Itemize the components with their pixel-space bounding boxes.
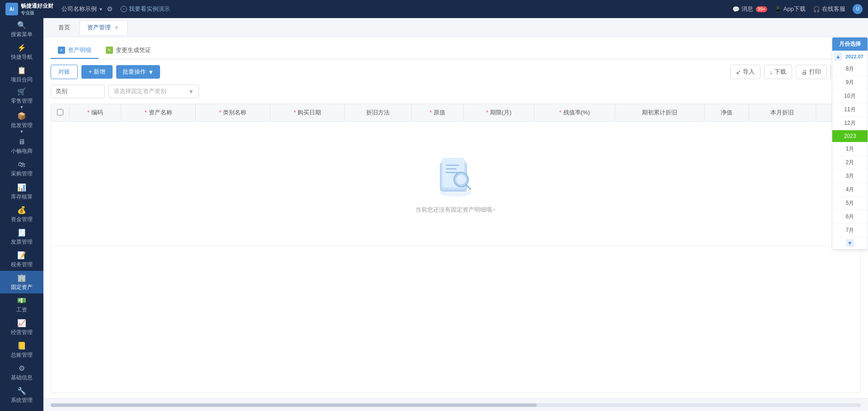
ledger-icon: 📒 (17, 341, 26, 350)
reconcile-button[interactable]: 对账 (51, 65, 78, 79)
sidebar-label-quicknav: 快捷导航 (11, 53, 33, 61)
month-panel-year: 2022.07 (843, 54, 866, 59)
month-item-11[interactable]: 11月 (832, 103, 868, 117)
brand-icon: Ai (5, 3, 18, 15)
sidebar-item-management[interactable]: 📈 经营管理 (0, 316, 43, 339)
th-residual-rate: * 残值率(%) (534, 104, 615, 122)
th-period: * 期限(月) (463, 104, 534, 122)
message-icon: 💬 (732, 6, 740, 13)
table-container: * 编码 * 资产名称 * 类别名称 * 购买日期 折旧方法 * 原值 * 期限… (51, 104, 861, 393)
batch-operation-button[interactable]: 批量操作 ▼ (116, 65, 160, 79)
tab-home[interactable]: 首页 (51, 20, 78, 34)
month-item-6[interactable]: 6月 (832, 210, 868, 224)
sidebar-item-project[interactable]: 📋 项目合同 (0, 63, 43, 86)
main-layout: 🔍 搜索菜单 ⚡ 快捷导航 📋 项目合同 🛒 零售管理 ▼ 📦 批发管理 ▼ 🖥… (0, 18, 868, 411)
sidebar-label-purchase: 采购管理 (11, 170, 33, 178)
select-all-checkbox[interactable] (57, 109, 63, 115)
tab-close-icon[interactable]: × (113, 24, 120, 31)
month-item-7[interactable]: 7月 (832, 224, 868, 237)
messages-btn[interactable]: 💬 消息 99+ (732, 5, 767, 13)
company-selector[interactable]: 公司名称示例 ▼ (61, 5, 103, 13)
tab-asset-management[interactable]: 资产管理 × (80, 20, 127, 34)
settings-icon[interactable]: ⚙ (107, 5, 113, 13)
sidebar-item-invoice[interactable]: 🧾 发票管理 (0, 226, 43, 248)
sidebar-item-retail[interactable]: 🛒 零售管理 ▼ (0, 86, 43, 111)
month-item-12[interactable]: 12月 (832, 117, 868, 130)
month-item-8[interactable]: 8月 (832, 62, 868, 76)
sidebar-item-ledger[interactable]: 📒 总账管理 (0, 339, 43, 361)
category-select[interactable]: 请选择固定资产类别 ▼ (108, 85, 199, 98)
table-header-row: * 编码 * 资产名称 * 类别名称 * 购买日期 折旧方法 * 原值 * 期限… (51, 104, 860, 122)
category-filter-dropdown[interactable]: 类别 (51, 85, 105, 98)
page-inner: ≡ 资产明细 ✎ 变更生成凭证 对账 + 新增 批量操作 ▼ ↙ (43, 37, 868, 398)
sidebar-item-salary[interactable]: 💵 工资 (0, 293, 43, 316)
download-button[interactable]: ↓ 下载 (764, 65, 793, 79)
sidebar-item-search[interactable]: 🔍 搜索菜单 (0, 18, 43, 41)
sidebar-label-invoice: 发票管理 (11, 238, 33, 246)
empty-text: 当前您还没有固定资产明细哦~ (415, 206, 495, 214)
company-dropdown-icon: ▼ (99, 7, 103, 12)
month-item-10[interactable]: 10月 (832, 90, 868, 103)
sidebar-item-finance[interactable]: 💰 资金管理 (0, 203, 43, 226)
month-nav-down-btn[interactable]: ▼ (846, 239, 854, 247)
sidebar-item-wholesale[interactable]: 📦 批发管理 ▼ (0, 111, 43, 136)
brand-sub: 专业版 (21, 10, 53, 16)
sub-tab-change-voucher[interactable]: ✎ 变更生成凭证 (99, 43, 158, 59)
print-button[interactable]: 🖨 打印 (796, 65, 827, 79)
online-service-btn[interactable]: 🎧 在线客服 (813, 5, 845, 13)
th-category: * 类别名称 (196, 104, 270, 122)
tab-asset-label: 资产管理 (87, 24, 111, 32)
sidebar-item-fixed-assets[interactable]: 🏢 固定资产 (0, 271, 43, 293)
sidebar-label-ecommerce: 小畅电商 (11, 147, 33, 155)
batch-arrow-icon: ▼ (148, 69, 154, 76)
demo-link[interactable]: ○ 我要看实例演示 (121, 5, 170, 13)
sidebar-item-quick-nav[interactable]: ⚡ 快捷导航 (0, 41, 43, 63)
month-nav-up-btn[interactable]: ▲ (834, 52, 842, 61)
add-button[interactable]: + 新增 (81, 65, 113, 79)
salary-icon: 💵 (17, 296, 26, 305)
batch-label: 批量操作 (123, 68, 146, 76)
demo-text: 我要看实例演示 (129, 5, 170, 13)
month-item-4[interactable]: 4月 (832, 183, 868, 197)
retail-icon: 🛒 (17, 87, 26, 96)
month-item-year-2023[interactable]: 2023 (832, 130, 868, 142)
sidebar-label-management: 经营管理 (11, 329, 33, 336)
month-panel: 月份选择 ▲ 2022.07 8月 9月 10月 11月 12月 2023 1月… (832, 37, 868, 250)
service-icon: 🎧 (813, 6, 820, 13)
app-download-btn[interactable]: 📱 App下载 (774, 5, 806, 13)
sidebar-item-purchase[interactable]: 🛍 采购管理 (0, 158, 43, 180)
sub-tab-asset-detail[interactable]: ≡ 资产明细 (51, 43, 99, 59)
fixed-assets-icon: 🏢 (17, 274, 26, 282)
th-period-accumulated: 期初累计折旧 (615, 104, 704, 122)
sidebar-item-tax[interactable]: 📝 税务管理 (0, 248, 43, 271)
th-net-value: 净值 (704, 104, 749, 122)
asset-table: * 编码 * 资产名称 * 类别名称 * 购买日期 折旧方法 * 原值 * 期限… (51, 104, 860, 246)
sidebar-item-system[interactable]: 🔧 系统管理 (0, 384, 43, 406)
sidebar-item-ecommerce[interactable]: 🖥 小畅电商 (0, 135, 43, 158)
basic-info-icon: ⚙ (19, 364, 25, 373)
month-item-5[interactable]: 5月 (832, 197, 868, 210)
month-item-1[interactable]: 1月 (832, 142, 868, 156)
month-panel-bottom: ▼ (832, 237, 868, 249)
user-avatar[interactable]: U (853, 4, 863, 14)
empty-state-row: 当前您还没有固定资产明细哦~ (51, 122, 860, 246)
svg-rect-4 (446, 165, 459, 166)
sidebar-item-inventory[interactable]: 📊 库存核算 (0, 180, 43, 203)
month-item-2[interactable]: 2月 (832, 156, 868, 170)
th-name: * 资产名称 (121, 104, 196, 122)
sidebar-label-inventory: 库存核算 (11, 193, 33, 201)
ecommerce-icon: 🖥 (18, 138, 25, 146)
print-label: 打印 (809, 68, 821, 76)
system-icon: 🔧 (17, 387, 26, 395)
sidebar: 🔍 搜索菜单 ⚡ 快捷导航 📋 项目合同 🛒 零售管理 ▼ 📦 批发管理 ▼ 🖥… (0, 18, 43, 411)
wholesale-arrow-icon: ▼ (20, 129, 24, 134)
tab-home-label: 首页 (58, 24, 70, 32)
month-panel-header[interactable]: 月份选择 (832, 38, 868, 51)
month-item-9[interactable]: 9月 (832, 76, 868, 90)
sidebar-item-basic-info[interactable]: ⚙ 基础信息 (0, 361, 43, 384)
print-icon: 🖨 (802, 69, 807, 76)
month-item-3[interactable]: 3月 (832, 170, 868, 183)
category-select-arrow-icon: ▼ (188, 88, 194, 95)
sidebar-label-retail: 零售管理 (11, 97, 33, 105)
import-button[interactable]: ↙ 导入 (730, 65, 760, 79)
